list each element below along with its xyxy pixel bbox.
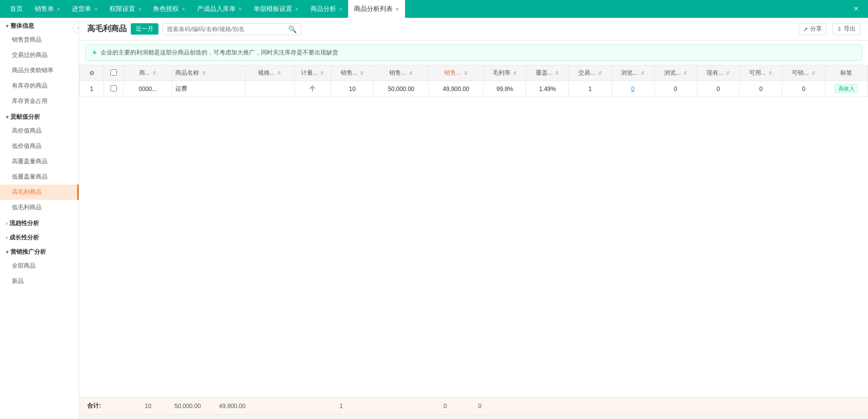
page-title: 高毛利商品: [87, 24, 127, 34]
sort-gross-rate-icon: ⇵: [513, 71, 517, 76]
sidebar-item-high-coverage[interactable]: 高覆盖量商品: [0, 154, 79, 169]
nav-purchase-close[interactable]: ×: [94, 6, 97, 12]
sort-sales-amt-icon: ⇵: [409, 71, 413, 76]
nav-role-close[interactable]: ×: [182, 6, 185, 12]
cell-stock3: 0: [782, 81, 825, 97]
sidebar-item-low-coverage[interactable]: 低覆盖量商品: [0, 169, 79, 185]
nav-goods-analysis-close[interactable]: ×: [339, 6, 342, 12]
sidebar-item-category-rate[interactable]: 商品分类助销率: [0, 63, 79, 78]
footer-trade: 1: [324, 403, 358, 410]
sidebar-item-sales-goods[interactable]: 销售货商品: [0, 32, 79, 47]
th-stock1[interactable]: 现有... ⇵: [697, 65, 739, 81]
cell-gross-rate: 99.8%: [483, 81, 526, 97]
cell-check[interactable]: [104, 81, 123, 97]
nav-product-in[interactable]: 产成品入库单 ×: [191, 0, 248, 18]
table-wrapper[interactable]: ⚙ 商... ⇵ 商品名称 ⇵ 规格...: [79, 65, 868, 397]
th-code[interactable]: 商... ⇵: [123, 65, 172, 81]
table-body: 1 0000... 运费 个 10 50,000.00 49,900.00 99…: [80, 81, 868, 97]
select-all-checkbox[interactable]: [110, 69, 117, 76]
th-unit[interactable]: 计量... ⇵: [294, 65, 331, 81]
sidebar-group-overall[interactable]: ▾ 整体信息: [0, 18, 79, 32]
nav-goods-analysis-list-close[interactable]: ×: [396, 6, 399, 12]
sidebar-group-marketing[interactable]: ▾ 营销推广分析: [0, 244, 79, 258]
sort-unit-icon: ⇵: [320, 71, 324, 76]
footer-browse1: [358, 403, 393, 410]
footer-cells: 10 50,000.00 49,900.00 1 0 0: [131, 403, 860, 410]
content-area: 高毛利商品 近一月 🔍 ➚ 分享 ⇩ 导出: [79, 18, 868, 419]
sidebar-item-traded-goods[interactable]: 交易过的商品: [0, 47, 79, 63]
nav-template[interactable]: 单据模板设置 ×: [248, 0, 304, 18]
nav-role[interactable]: 角色授权 ×: [147, 0, 191, 18]
sort-spec-icon: ⇵: [277, 71, 281, 76]
cell-cover: 1.49%: [526, 81, 569, 97]
footer-sales-amt: 50,000.00: [165, 403, 210, 410]
sidebar-group-marketing-arrow: ▾: [6, 249, 8, 255]
sort-stock1-icon: ⇵: [726, 71, 730, 76]
filter-button[interactable]: 近一月: [131, 23, 158, 35]
th-browse2[interactable]: 浏览... ⇵: [654, 65, 697, 81]
cell-spec: [246, 81, 295, 97]
th-browse1[interactable]: 浏览... ⇵: [612, 65, 654, 81]
row-checkbox[interactable]: [110, 85, 117, 92]
col-settings[interactable]: ⚙: [80, 65, 104, 81]
header-actions: ➚ 分享 ⇩ 导出: [799, 23, 860, 35]
th-tag[interactable]: 标签: [825, 65, 868, 81]
nav-permission[interactable]: 权限设置 ×: [103, 0, 147, 18]
nav-product-in-close[interactable]: ×: [239, 6, 242, 12]
nav-goods-analysis[interactable]: 商品分析 ×: [305, 0, 348, 18]
sidebar-item-low-value[interactable]: 低价值商品: [0, 139, 79, 154]
sidebar-item-new-goods[interactable]: 新品: [0, 274, 79, 289]
th-trade[interactable]: 交易... ⇵: [569, 65, 612, 81]
sort-browse2-icon: ⇵: [683, 71, 687, 76]
sidebar-item-stock-capital[interactable]: 库存资金占用: [0, 93, 79, 109]
table-row: 1 0000... 运费 个 10 50,000.00 49,900.00 99…: [80, 81, 868, 97]
search-icon[interactable]: 🔍: [288, 25, 297, 33]
export-button[interactable]: ⇩ 导出: [832, 23, 860, 35]
cell-tag: 高收入: [825, 81, 868, 97]
sidebar-item-all-goods[interactable]: 全部商品: [0, 258, 79, 274]
sidebar-group-contribution[interactable]: ▾ 贡献值分析: [0, 109, 79, 123]
sidebar-item-high-margin[interactable]: 高毛利商品: [0, 185, 79, 200]
sort-code-icon: ⇵: [153, 71, 156, 76]
sidebar-item-high-value[interactable]: 高价值商品: [0, 123, 79, 139]
th-sales-amt[interactable]: 销售... ⇵: [374, 65, 429, 81]
notice-bar: ☀ 企业的主要的利润都是这部分商品创造的，可考虑加大推广，同时关注库存是不要出现…: [85, 45, 862, 61]
share-button[interactable]: ➚ 分享: [799, 23, 826, 35]
content-header: 高毛利商品 近一月 🔍 ➚ 分享 ⇩ 导出: [79, 18, 868, 41]
cell-browse1[interactable]: 0: [612, 81, 654, 97]
nav-template-close[interactable]: ×: [295, 6, 298, 12]
cell-unit: 个: [294, 81, 331, 97]
th-cover[interactable]: 覆盖... ⇵: [526, 65, 569, 81]
search-input[interactable]: [167, 26, 288, 33]
sidebar-item-low-margin[interactable]: 低毛利商品: [0, 200, 79, 215]
window-close-button[interactable]: ×: [848, 1, 864, 17]
sidebar-group-trend[interactable]: › 流趋性分析: [0, 215, 79, 230]
nav-goods-analysis-list[interactable]: 商品分析列表 ×: [348, 0, 405, 18]
th-sales-cost[interactable]: 销售... ⇵: [429, 65, 484, 81]
th-sales-qty[interactable]: 销售... ⇵: [331, 65, 373, 81]
footer-sales-cost: 49,900.00: [210, 403, 255, 410]
data-table: ⚙ 商... ⇵ 商品名称 ⇵ 规格...: [79, 65, 868, 97]
topbar: 首页 销售单 × 进货单 × 权限设置 × 角色授权 × 产成品入库单 × 单据…: [0, 0, 868, 18]
nav-permission-close[interactable]: ×: [138, 6, 141, 12]
nav-sales-close[interactable]: ×: [57, 6, 60, 12]
th-gross-rate[interactable]: 毛利率 ⇵: [483, 65, 526, 81]
cell-sales-amt: 50,000.00: [374, 81, 429, 97]
col-checkbox[interactable]: [104, 65, 123, 81]
cell-stock2: 0: [740, 81, 782, 97]
notice-icon: ☀: [92, 49, 98, 56]
sidebar: « ▾ 整体信息 销售货商品 交易过的商品 商品分类助销率 有库存的商品 库存资…: [0, 18, 79, 419]
sidebar-item-in-stock[interactable]: 有库存的商品: [0, 78, 79, 93]
nav-home[interactable]: 首页: [4, 0, 29, 18]
th-stock2[interactable]: 可用... ⇵: [740, 65, 782, 81]
cell-num: 1: [80, 81, 104, 97]
sort-name-icon: ⇵: [202, 71, 206, 76]
th-spec[interactable]: 规格... ⇵: [246, 65, 295, 81]
sidebar-group-growth[interactable]: › 成长性分析: [0, 230, 79, 244]
nav-purchase[interactable]: 进货单 ×: [66, 0, 103, 18]
th-name[interactable]: 商品名称 ⇵: [172, 65, 246, 81]
th-stock3[interactable]: 可销... ⇵: [782, 65, 825, 81]
horizontal-scrollbar[interactable]: [79, 414, 868, 419]
table-header-row: ⚙ 商... ⇵ 商品名称 ⇵ 规格...: [80, 65, 868, 81]
nav-sales[interactable]: 销售单 ×: [29, 0, 66, 18]
